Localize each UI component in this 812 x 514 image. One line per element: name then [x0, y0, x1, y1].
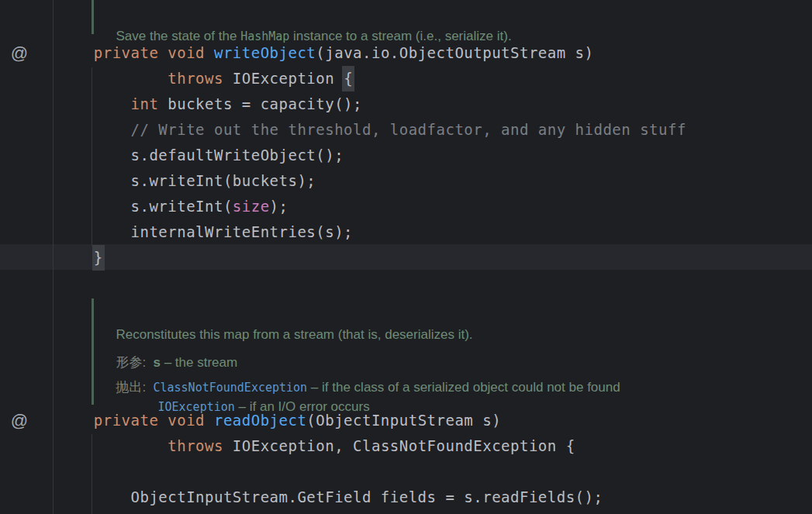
code-token: buckets = capacity();	[158, 95, 362, 112]
gutter-separator	[53, 0, 54, 514]
code-line[interactable]: // Write out the threshold, loadfactor, …	[57, 117, 686, 143]
code-token: internalWriteEntries(s);	[57, 223, 353, 240]
code-token	[57, 95, 131, 112]
code-line-empty[interactable]	[57, 459, 603, 485]
code-line[interactable]: ObjectInputStream.GetField fields = s.re…	[57, 485, 603, 510]
code-line[interactable]: throws IOException, ClassNotFoundExcepti…	[57, 433, 603, 459]
field-token: size	[233, 198, 270, 215]
method-name-token: readObject	[214, 412, 306, 429]
code-token: (java.io.ObjectOutputStream s)	[316, 44, 593, 61]
code-line[interactable]: s.defaultWriteObject();	[57, 143, 686, 168]
code-line[interactable]: internalWriteEntries(s);	[57, 219, 686, 245]
comment-token: // Write out the threshold, loadfactor, …	[57, 121, 686, 138]
method-name-token: writeObject	[214, 44, 316, 61]
code-token: ObjectInputStream.GetField fields = s.re…	[57, 488, 603, 505]
keyword-token: throws	[168, 437, 223, 454]
keyword-token: int	[131, 95, 159, 112]
keyword-token: private void	[57, 412, 214, 429]
code-token	[57, 437, 168, 454]
code-line[interactable]: int buckets = capacity();	[57, 91, 686, 117]
matched-brace-open: {	[342, 66, 354, 91]
code-token: s.writeInt(	[57, 198, 233, 215]
code-token: IOException, ClassNotFoundException {	[223, 437, 575, 454]
code-token: );	[270, 198, 289, 215]
doc-comment-bar	[92, 298, 94, 405]
code-token	[57, 70, 168, 87]
annotation-at-icon[interactable]: @	[9, 411, 30, 431]
code-line[interactable]: }	[57, 245, 686, 271]
matched-brace-close: }	[92, 245, 105, 271]
code-token: s.writeInt(buckets);	[57, 172, 316, 189]
keyword-token: private void	[57, 44, 214, 61]
code-line[interactable]: s.writeInt(size);	[57, 194, 686, 219]
ide-editor: { "editor": { "colors": { "background": …	[0, 0, 812, 514]
code-line[interactable]: s.writeInt(buckets);	[57, 168, 686, 194]
code-block-writeobject: private void writeObject(java.io.ObjectO…	[57, 40, 686, 271]
code-token: (ObjectInputStream s)	[306, 412, 501, 429]
code-token: s.defaultWriteObject();	[57, 147, 344, 164]
code-line[interactable]: private void writeObject(java.io.ObjectO…	[57, 40, 686, 66]
code-token: IOException	[223, 70, 344, 87]
code-line[interactable]: throws IOException {	[57, 66, 686, 91]
doc-throws-label: 抛出:	[116, 378, 153, 398]
annotation-at-icon[interactable]: @	[9, 43, 30, 64]
code-block-readobject: private void readObject(ObjectInputStrea…	[57, 408, 603, 510]
code-line[interactable]: private void readObject(ObjectInputStrea…	[57, 408, 603, 433]
code-token	[57, 249, 94, 266]
keyword-token: throws	[168, 70, 223, 87]
doc-comment-bar	[92, 0, 94, 34]
